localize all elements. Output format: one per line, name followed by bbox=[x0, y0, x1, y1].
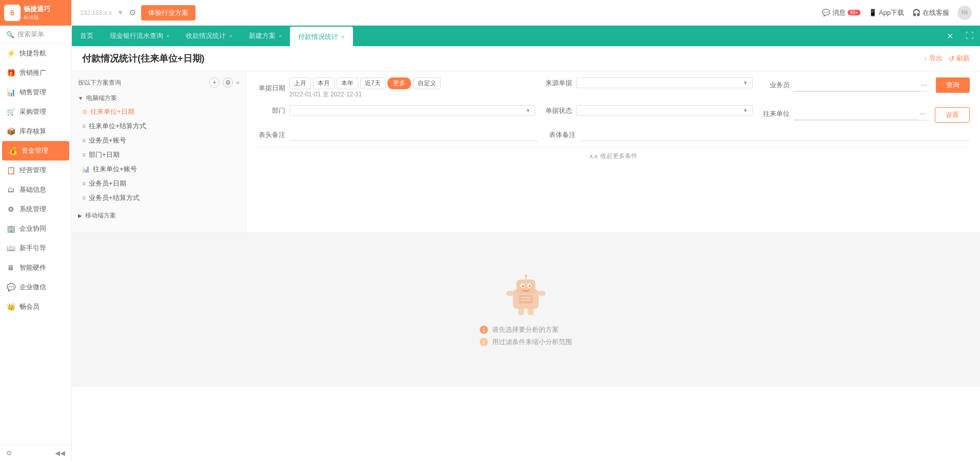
date-btn-last-7days[interactable]: 近7天 bbox=[360, 77, 385, 89]
unit-input[interactable] bbox=[794, 108, 918, 120]
search-icon: 🔍 bbox=[6, 31, 14, 38]
scheme-item-unit-account[interactable]: 📊 往来单位+账号 bbox=[78, 162, 240, 176]
sidebar-item-operation[interactable]: 📋 经营管理 bbox=[0, 161, 71, 180]
filter-field-header-note: 表头备注 bbox=[257, 129, 539, 141]
unit-dots-button[interactable]: ··· bbox=[918, 109, 929, 118]
sidebar-item-quick-nav[interactable]: ⚡ 快捷导航 bbox=[0, 44, 71, 63]
collapse-more-button[interactable]: ∧∧ 收起更多条件 bbox=[589, 152, 637, 161]
sidebar-item-finance[interactable]: 💰 资金管理 bbox=[2, 141, 69, 161]
filter-field-body-note: 表体备注 bbox=[547, 129, 970, 141]
topbar-address: 192.168.x.x bbox=[80, 9, 112, 16]
sidebar-item-marketing[interactable]: 🎁 营销推广 bbox=[0, 63, 71, 83]
tab-new-scheme-label: 新建方案 bbox=[249, 31, 276, 41]
date-btn-custom[interactable]: 自定义 bbox=[413, 77, 441, 89]
scheme-list-icon: ≡ bbox=[82, 194, 86, 202]
scheme-add-button[interactable]: + bbox=[209, 77, 220, 88]
desktop-group-header[interactable]: ▼ 电脑端方案 bbox=[78, 92, 240, 105]
sidebar-item-member[interactable]: 👑 畅会员 bbox=[0, 297, 71, 316]
svg-rect-11 bbox=[527, 308, 534, 315]
sidebar-item-system[interactable]: ⚙ 系统管理 bbox=[0, 199, 71, 219]
desktop-arrow-icon: ▼ bbox=[78, 95, 83, 101]
refresh-icon: ↺ bbox=[949, 55, 954, 63]
filter-fields: 单据日期 上月 本月 本年 近7天 更多 自定义 2022-01-01 至 20… bbox=[246, 71, 980, 232]
tab-receivable-close-icon[interactable]: × bbox=[229, 33, 232, 39]
tab-payment-stats[interactable]: 付款情况统计 × bbox=[290, 27, 352, 47]
desktop-group-label: 电脑端方案 bbox=[86, 94, 117, 103]
tab-receivable-label: 收款情况统计 bbox=[186, 31, 226, 41]
date-options: 上月 本月 本年 近7天 更多 自定义 bbox=[289, 77, 535, 89]
app-download-button[interactable]: 📱 App下载 bbox=[869, 8, 904, 17]
scheme-header: 按以下方案查询 + ⚙ « bbox=[78, 77, 240, 88]
staff-dots-button[interactable]: ··· bbox=[919, 81, 930, 90]
scheme-collapse-icon[interactable]: « bbox=[236, 79, 240, 86]
scheme-item-staff-account[interactable]: ≡ 业务员+账号 bbox=[78, 133, 240, 148]
scheme-list-icon: ≡ bbox=[82, 123, 86, 130]
main-area: 192.168.x.x ▼ ⚙ 体验行业方案 💬 消息 99+ 📱 App下载 … bbox=[72, 0, 980, 461]
trial-button[interactable]: 体验行业方案 bbox=[141, 5, 195, 21]
tab-home[interactable]: 首页 bbox=[72, 26, 102, 46]
sidebar-item-guide[interactable]: 📖 新手引导 bbox=[0, 238, 71, 258]
doc-status-select[interactable]: ▼ bbox=[576, 105, 752, 116]
mobile-group-label: 移动端方案 bbox=[85, 211, 116, 220]
date-btn-this-month[interactable]: 本月 bbox=[313, 77, 335, 89]
filter-row-1: 单据日期 上月 本月 本年 近7天 更多 自定义 2022-01-01 至 20… bbox=[257, 77, 970, 99]
dept-select[interactable]: ▼ bbox=[289, 105, 535, 116]
wechat-icon: 💬 bbox=[6, 283, 15, 292]
topbar: 192.168.x.x ▼ ⚙ 体验行业方案 💬 消息 99+ 📱 App下载 … bbox=[72, 0, 980, 26]
scheme-item-staff-settle[interactable]: ≡ 业务员+结算方式 bbox=[78, 191, 240, 205]
tab-bank[interactable]: 现金银行流水查询 × bbox=[102, 26, 178, 46]
sidebar-logo-sub: 标准版 bbox=[24, 14, 50, 21]
staff-input[interactable] bbox=[794, 79, 919, 91]
footer-settings-icon[interactable]: ⚙ bbox=[6, 449, 12, 457]
date-btn-last-month[interactable]: 上月 bbox=[289, 77, 311, 89]
date-btn-more[interactable]: 更多 bbox=[387, 77, 411, 89]
online-service-label: 在线客服 bbox=[923, 8, 949, 17]
sidebar-item-cooperation[interactable]: 🏢 企业协同 bbox=[0, 219, 71, 238]
topbar-settings-icon[interactable]: ⚙ bbox=[129, 8, 136, 17]
scheme-item-dept-date[interactable]: ≡ 部门+日期 bbox=[78, 148, 240, 162]
date-btn-this-year[interactable]: 本年 bbox=[337, 77, 358, 89]
date-label: 单据日期 bbox=[257, 84, 285, 93]
scheme-item-staff-date[interactable]: ≡ 业务员+日期 bbox=[78, 176, 240, 191]
sidebar-item-basic[interactable]: 🗂 基础信息 bbox=[0, 180, 71, 199]
sidebar-item-wechat[interactable]: 💬 企业微信 bbox=[0, 277, 71, 297]
filter-field-dept: 部门 ▼ bbox=[257, 105, 535, 116]
user-avatar[interactable]: Rit bbox=[957, 6, 972, 20]
sidebar-item-label: 智能硬件 bbox=[19, 263, 46, 272]
tabbar-fullscreen[interactable]: ⛶ bbox=[959, 31, 980, 41]
tab-new-scheme-close-icon[interactable]: × bbox=[279, 33, 282, 39]
scheme-settings-button[interactable]: ⚙ bbox=[223, 77, 233, 88]
tab-bank-close-icon[interactable]: × bbox=[166, 33, 169, 39]
topbar-dropdown-icon[interactable]: ▼ bbox=[117, 9, 124, 16]
export-button[interactable]: ↑ 导出 bbox=[924, 54, 943, 63]
filter-field-unit: 往来单位 ··· 设置 bbox=[761, 105, 970, 123]
sidebar-item-purchase[interactable]: 🛒 采购管理 bbox=[0, 102, 71, 122]
tabbar-close-all[interactable]: ✕ bbox=[940, 31, 959, 41]
sidebar-item-hardware[interactable]: 🖥 智能硬件 bbox=[0, 258, 71, 277]
content-area: 1 请先选择要分析的方案 2 用过滤条件来缩小分析范围 bbox=[72, 233, 980, 387]
app-download-label: App下载 bbox=[879, 8, 904, 17]
filter-panel: 按以下方案查询 + ⚙ « ▼ 电脑端方案 ⊙ bbox=[72, 71, 980, 233]
sidebar-item-inventory[interactable]: 📦 库存核算 bbox=[0, 122, 71, 141]
svg-point-4 bbox=[522, 285, 524, 287]
source-select[interactable]: ▼ bbox=[576, 77, 752, 88]
scheme-item-unit-settle[interactable]: ≡ 往来单位+结算方式 bbox=[78, 119, 240, 133]
tab-payment-stats-close-icon[interactable]: × bbox=[341, 34, 344, 40]
online-service-button[interactable]: 🎧 在线客服 bbox=[912, 8, 949, 17]
date-range-display: 2022-01-01 至 2022-12-31 bbox=[289, 90, 535, 99]
refresh-button[interactable]: ↺ 刷新 bbox=[949, 54, 970, 63]
empty-messages: 1 请先选择要分析的方案 2 用过滤条件来缩小分析范围 bbox=[480, 325, 572, 347]
footer-collapse-icon[interactable]: ◀◀ bbox=[55, 449, 65, 457]
tab-new-scheme[interactable]: 新建方案 × bbox=[241, 26, 290, 46]
body-note-input[interactable] bbox=[580, 129, 970, 141]
mobile-group-header[interactable]: ▶ 移动端方案 bbox=[78, 209, 240, 222]
scheme-item-unit-date[interactable]: ⊙ 往来单位+日期 bbox=[78, 105, 240, 119]
sidebar-item-label: 企业微信 bbox=[19, 283, 46, 292]
sidebar-search[interactable]: 🔍 搜索菜单 bbox=[0, 26, 71, 44]
notifications-button[interactable]: 💬 消息 99+ bbox=[822, 8, 860, 17]
query-button[interactable]: 查询 bbox=[936, 77, 970, 93]
settings-button[interactable]: 设置 bbox=[935, 107, 970, 123]
header-note-input[interactable] bbox=[289, 129, 539, 141]
sidebar-item-sales[interactable]: 📊 销售管理 bbox=[0, 83, 71, 102]
tab-receivable[interactable]: 收款情况统计 × bbox=[178, 26, 240, 46]
